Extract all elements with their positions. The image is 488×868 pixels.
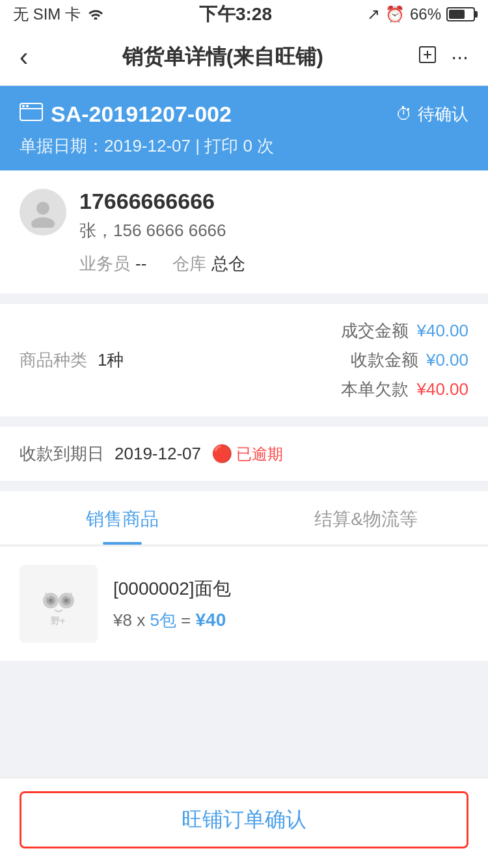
overdue-icon: 🔴 [211,444,232,464]
time-display: 下午3:28 [199,2,272,27]
product-qty: 5包 [150,610,176,630]
product-thumbnail: 野+ [20,565,98,643]
due-date-value: 2019-12-07 [115,444,201,464]
page-title: 销货单详情(来自旺铺) [122,43,323,72]
tab-sales-label: 销售商品 [86,509,159,529]
svg-point-5 [31,217,55,228]
svg-point-10 [49,599,53,603]
more-button[interactable]: ··· [451,45,468,69]
salesperson-value: -- [135,254,146,274]
wifi-icon [87,5,104,23]
status-clock-icon: ⏱ [396,104,413,124]
customer-name: 张，156 6666 6666 [79,219,468,242]
warehouse-value: 总仓 [211,252,245,275]
order-status: ⏱ 待确认 [396,103,468,126]
battery-icon [446,7,475,21]
svg-point-2 [22,105,25,107]
status-bar: 无 SIM 卡 下午3:28 ↗ ⏰ 66% [0,0,488,29]
share-button[interactable] [417,44,438,70]
due-label: 收款到期日 [20,442,104,465]
content-area [0,662,488,792]
status-left: 无 SIM 卡 [13,4,104,25]
transaction-value: ¥40.00 [416,321,468,341]
product-type-value: 1种 [98,349,124,372]
order-id: SA-20191207-002 [51,102,232,127]
salesperson-item: 业务员 -- [79,252,146,275]
status-right: ↗ ⏰ 66% [367,5,475,23]
back-button[interactable]: ‹ [20,42,28,72]
customer-phone: 17666666666 [79,189,468,214]
status-label: 待确认 [418,103,468,126]
tabs-bar: 销售商品 结算&物流等 [0,491,488,545]
avatar [20,189,66,236]
warehouse-item: 仓库 总仓 [172,252,245,275]
summary-section: 商品种类 1种 成交金额 ¥40.00 收款金额 ¥0.00 本单欠款 ¥40.… [0,304,488,416]
owed-label: 本单欠款 [341,378,409,401]
product-price-row: ¥8 x 5包 = ¥40 [113,609,468,632]
transaction-row: 成交金额 ¥40.00 [341,319,468,342]
multiply-sign: x [137,610,145,630]
svg-text:野+: 野+ [51,616,65,626]
confirm-order-button[interactable]: 旺铺订单确认 [20,791,468,848]
product-section: 野+ [0000002]面包 ¥8 x 5包 = ¥40 [0,547,488,662]
product-item: 野+ [0000002]面包 ¥8 x 5包 = ¥40 [0,547,488,662]
tab-settlement-label: 结算&物流等 [314,509,418,529]
collection-label: 收款金额 [351,349,418,372]
alarm-icon: ⏰ [385,5,405,23]
svg-point-3 [26,105,29,107]
owed-value: ¥40.00 [416,379,468,400]
nav-bar: ‹ 销货单详情(来自旺铺) ··· [0,29,488,86]
overdue-text: 已逾期 [236,444,283,465]
nav-actions: ··· [417,44,468,70]
transaction-label: 成交金额 [341,319,409,342]
product-info: [0000002]面包 ¥8 x 5包 = ¥40 [113,576,468,632]
svg-point-11 [64,599,68,603]
tab-settlement[interactable]: 结算&物流等 [244,491,488,545]
order-date: 单据日期：2019-12-07 | 打印 0 次 [20,135,468,157]
salesperson-label: 业务员 [79,252,130,275]
warehouse-label: 仓库 [172,252,206,275]
collection-value: ¥0.00 [426,350,468,370]
order-banner: SA-20191207-002 ⏱ 待确认 单据日期：2019-12-07 | … [0,86,488,170]
owed-row: 本单欠款 ¥40.00 [341,378,468,401]
product-type-label: 商品种类 [20,349,87,372]
product-name: [0000002]面包 [113,576,468,601]
order-icon [20,102,43,126]
product-total: ¥40 [196,610,226,630]
battery-percent: 66% [410,5,441,23]
svg-point-4 [36,202,49,215]
due-date-section: 收款到期日 2019-12-07 🔴 已逾期 [0,427,488,481]
product-price: ¥8 [113,610,132,630]
collection-row: 收款金额 ¥0.00 [351,349,468,372]
customer-section: 17666666666 张，156 6666 6666 业务员 -- 仓库 总仓 [0,170,488,293]
customer-info: 17666666666 张，156 6666 6666 业务员 -- 仓库 总仓 [79,189,468,275]
carrier-label: 无 SIM 卡 [13,4,81,25]
bottom-bar: 旺铺订单确认 [0,778,488,868]
location-icon: ↗ [367,5,380,23]
overdue-badge: 🔴 已逾期 [211,444,283,465]
tab-sales-products[interactable]: 销售商品 [0,491,244,545]
equals-sign: = [181,610,195,630]
